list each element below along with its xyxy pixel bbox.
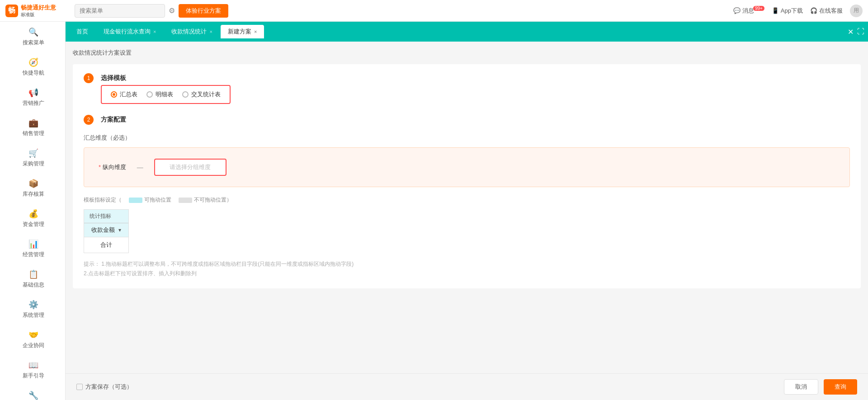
step2-num: 2: [84, 115, 94, 125]
arrow-right: —: [137, 164, 143, 171]
template-section: 汇总表 明细表 交叉统计表: [101, 85, 231, 104]
radio-detail-dot: [146, 91, 153, 98]
step1-label: 选择模板: [101, 74, 126, 82]
gear-icon[interactable]: ⚙: [169, 6, 175, 15]
metrics-table: 统计指标 收款金额 ▾ 合计: [84, 209, 129, 253]
search-input[interactable]: [75, 4, 165, 18]
sidebar-label-purchase: 采购管理: [23, 160, 44, 168]
tab-bank-flow[interactable]: 现金银行流水查询 ×: [96, 25, 163, 38]
logo-text: 畅捷通好生意: [21, 4, 56, 12]
dim-selector[interactable]: 请选择分组维度: [154, 159, 226, 176]
tab-home-label: 首页: [76, 28, 88, 36]
sidebar-label-sales: 销售管理: [23, 130, 44, 137]
sidebar-item-marketing[interactable]: 📢 营销推广: [0, 82, 65, 113]
tab-bank-flow-label: 现金银行流水查询: [104, 28, 151, 36]
locked-label: 不可拖动位置）: [194, 196, 232, 204]
sidebar-item-guide[interactable]: 📖 新手引导: [0, 355, 65, 385]
guide-icon: 📖: [28, 360, 38, 370]
save-option[interactable]: 方案保存（可选）: [76, 383, 132, 391]
main-card: 1 选择模板 汇总表 明细表 交叉统计表: [73, 64, 861, 288]
sidebar-item-hardware[interactable]: 🔧 智能硬件: [0, 385, 65, 400]
locked-hint-item: 不可拖动位置）: [179, 196, 232, 204]
radio-summary-label: 汇总表: [120, 90, 137, 99]
tips-section: 提示： 1.拖动标题栏可以调整布局，不可跨维度或指标区域拖动栏目字段(只能在同一…: [84, 260, 850, 278]
radio-detail[interactable]: 明细表: [146, 90, 173, 99]
user-avatar[interactable]: 用: [850, 5, 863, 17]
tip-2: 2.点击标题栏下拉可设置排序、插入列和删除列: [84, 270, 850, 278]
metrics-chevron[interactable]: ▾: [118, 227, 121, 233]
tab-bar-end: ✕ ⛶: [848, 28, 864, 36]
sidebar-label-basic: 基础信息: [23, 281, 44, 289]
purchase-icon: 🛒: [28, 148, 38, 158]
radio-summary[interactable]: 汇总表: [111, 90, 137, 99]
tab-expand-icon[interactable]: ⛶: [857, 28, 864, 36]
locked-box: [179, 198, 192, 203]
sidebar-item-sales[interactable]: 💼 销售管理: [0, 113, 65, 143]
download-action[interactable]: 📱 App下载: [772, 7, 803, 15]
sidebar-label-finance: 资金管理: [23, 221, 44, 228]
sidebar-label-inventory: 库存核算: [23, 190, 44, 198]
tab-home[interactable]: 首页: [69, 25, 95, 38]
marketing-icon: 📢: [28, 88, 38, 98]
tab-new-plan[interactable]: 新建方案 ×: [221, 25, 264, 38]
management-icon: 📊: [28, 239, 38, 249]
vertical-dim-label: * 纵向维度: [99, 163, 126, 171]
sidebar: 🔍 搜索菜单 🧭 快捷导航 📢 营销推广 💼 销售管理 🛒 采购管理 📦 库存核…: [0, 22, 66, 400]
dimension-area: * 纵向维度 — 请选择分组维度: [84, 147, 850, 187]
sales-icon: 💼: [28, 118, 38, 128]
sidebar-item-collab[interactable]: 🤝 企业协同: [0, 325, 65, 355]
tab-collection[interactable]: 收款情况统计 ×: [164, 25, 219, 38]
step1-num: 1: [84, 73, 94, 83]
metrics-header[interactable]: 收款金额 ▾: [84, 223, 128, 237]
service-action[interactable]: 🎧 在线客服: [810, 7, 843, 15]
cancel-button[interactable]: 取消: [784, 379, 818, 395]
sidebar-item-nav[interactable]: 🧭 快捷导航: [0, 52, 65, 82]
sidebar-label-nav: 快捷导航: [23, 69, 44, 77]
metrics-header-label: 收款金额: [91, 226, 115, 234]
tab-new-plan-close[interactable]: ×: [254, 29, 257, 34]
sidebar-label-management: 经营管理: [23, 251, 44, 259]
search-icon: 🔍: [28, 27, 38, 37]
content-area: 首页 现金银行流水查询 × 收款情况统计 × 新建方案 × ✕ ⛶ 收款情况统计…: [66, 22, 868, 400]
radio-cross[interactable]: 交叉统计表: [182, 90, 221, 99]
tab-new-plan-label: 新建方案: [228, 28, 251, 36]
radio-summary-dot: [111, 91, 117, 98]
draggable-hint-item: 可拖动位置: [129, 196, 171, 204]
bottom-actions: 取消 查询: [784, 379, 857, 395]
tab-close-icon[interactable]: ✕: [848, 28, 854, 36]
tab-collection-label: 收款情况统计: [171, 28, 207, 36]
sidebar-item-system[interactable]: ⚙️ 系统管理: [0, 294, 65, 325]
top-actions: 💬 消息 99+ 📱 App下载 🎧 在线客服 用: [733, 5, 863, 17]
sidebar-item-management[interactable]: 📊 经营管理: [0, 234, 65, 264]
metrics-label-text: 模板指标设定（: [84, 196, 122, 204]
page-title: 收款情况统计方案设置: [73, 49, 861, 57]
tab-collection-close[interactable]: ×: [209, 29, 212, 34]
collab-icon: 🤝: [28, 330, 38, 340]
metrics-section-label: 统计指标: [84, 210, 128, 223]
sidebar-item-search[interactable]: 🔍 搜索菜单: [0, 22, 65, 52]
save-option-label: 方案保存（可选）: [85, 383, 132, 391]
notification-action[interactable]: 💬 消息 99+: [733, 7, 764, 15]
inventory-icon: 📦: [28, 179, 38, 188]
tab-bank-flow-close[interactable]: ×: [153, 29, 156, 34]
query-button[interactable]: 查询: [824, 379, 857, 395]
basic-icon: 📋: [28, 269, 38, 279]
sidebar-label-marketing: 营销推广: [23, 99, 44, 107]
finance-icon: 💰: [28, 209, 38, 219]
step1-row: 1 选择模板: [84, 73, 850, 83]
step2-label: 方案配置: [101, 116, 126, 124]
step2-row: 2 方案配置: [84, 115, 850, 125]
metrics-total: 合计: [84, 237, 128, 253]
sidebar-item-finance[interactable]: 💰 资金管理: [0, 203, 65, 234]
sidebar-item-inventory[interactable]: 📦 库存核算: [0, 173, 65, 203]
config-section: 汇总维度（必选） * 纵向维度 — 请选择分组维度 模板指标设定（: [84, 134, 850, 278]
system-icon: ⚙️: [28, 300, 38, 310]
sidebar-label-search: 搜索菜单: [23, 39, 44, 47]
save-checkbox[interactable]: [76, 384, 83, 390]
sidebar-item-basic[interactable]: 📋 基础信息: [0, 264, 65, 294]
sidebar-item-purchase[interactable]: 🛒 采购管理: [0, 143, 65, 173]
radio-cross-label: 交叉统计表: [191, 90, 221, 99]
industry-button[interactable]: 体验行业方案: [179, 4, 228, 18]
download-label: App下载: [781, 7, 803, 15]
notification-label: 消息: [742, 7, 754, 15]
